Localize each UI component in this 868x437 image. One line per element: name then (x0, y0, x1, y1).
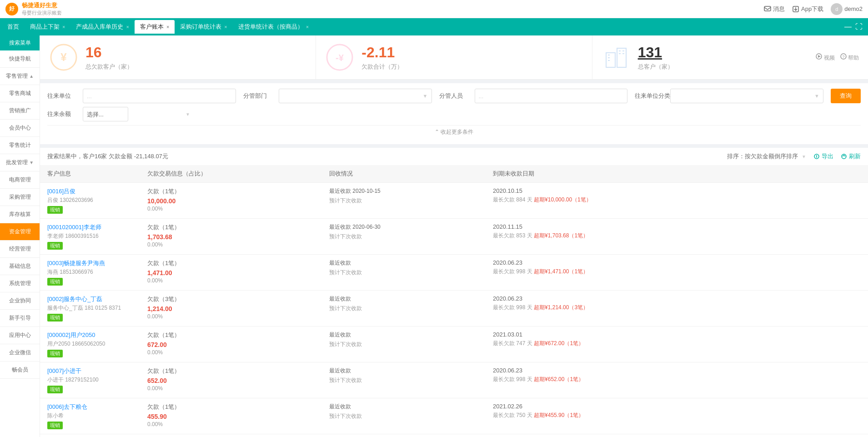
sidebar-item-retail-stat[interactable]: 零售统计 (0, 137, 40, 154)
filter-row-1: 往来单位 ... 分管部门 ▼ 分管人员 ... (47, 89, 861, 103)
customer-name-link[interactable]: [0001020001]李老师 (47, 223, 133, 231)
recent-pay-label: 最近收款 (329, 295, 478, 303)
tab-instock-stat[interactable]: 进货单统计表（按商品） × (233, 20, 314, 34)
recent-pay-label: 最近收款 2020-06-30 (329, 223, 478, 231)
overdue-amount-link[interactable]: 超期¥652.00（1笔） (534, 376, 584, 382)
yuan-icon: ¥ (50, 44, 77, 71)
message-btn[interactable]: 消息 (764, 5, 785, 13)
filter-from-unit-input[interactable]: ... (83, 89, 236, 103)
customer-name-link[interactable]: [000002]用户2050 (47, 331, 133, 339)
sidebar-item-purchase[interactable]: 采购管理 (0, 189, 40, 206)
recovery-cell: 最近收款 预计下次收款 (322, 291, 486, 326)
filter-dept-label: 分管部门 (243, 92, 275, 100)
balance-select[interactable]: 选择... (83, 107, 128, 121)
overdue-amount-link[interactable]: 超期¥1,214.00（3笔） (534, 304, 588, 311)
export-button[interactable]: 导出 (813, 152, 833, 161)
sidebar-item-chang-member[interactable]: 畅会员 (0, 362, 40, 379)
sidebar-item-finance[interactable]: 资金管理 (0, 223, 40, 241)
recent-pay-label: 最近收款 (329, 403, 478, 411)
sidebar: 搜索菜单 快捷导航 零售管理 ▲ 零售商城 营销推广 会员中心 零售统计 批发管… (0, 35, 40, 437)
overdue-amount-link[interactable]: 超期¥1,703.68（1笔） (534, 232, 588, 239)
tab-close-product-off[interactable]: × (62, 24, 65, 30)
tab-home[interactable]: 首页 (2, 20, 25, 34)
recent-pay-label: 最近收款 (329, 367, 478, 375)
sidebar-item-app-center[interactable]: 应用中心 (0, 327, 40, 344)
table-row: [0007]小进干 小进干 18279152100 现销 欠款（1笔） 652.… (40, 362, 868, 398)
sidebar-item-ecommerce[interactable]: 电商管理 (0, 171, 40, 189)
video-btn[interactable]: 视频 (816, 53, 834, 62)
overdue-amount-link[interactable]: 超期¥672.00（1笔） (534, 340, 584, 347)
overdue-date: 2020.10.15 (493, 187, 861, 194)
debt-info-cell: 欠款（1笔） 1,703.68 0.00% (140, 219, 322, 255)
customer-info-cell: [0007]小进干 小进干 18279152100 现销 (40, 362, 140, 398)
customer-phone: 海燕 18513066976 (47, 268, 133, 276)
tab-close-instock-stat[interactable]: × (306, 24, 309, 30)
results-summary-bar: 搜索结果中，客户16家 欠款金额 -21,148.07元 排序：按欠款金额倒序排… (40, 148, 868, 165)
next-pay-label: 预计下次收款 (329, 341, 478, 348)
debt-ratio: 0.00% (147, 313, 315, 320)
customer-tag: 现销 (47, 206, 63, 214)
sidebar-item-enterprise[interactable]: 企业协同 (0, 292, 40, 310)
help-btn[interactable]: ? 帮助 (840, 53, 859, 62)
customer-name-link[interactable]: [0003]畅捷服务尹海燕 (47, 259, 133, 267)
debt-count: 欠款（1笔） (147, 223, 315, 231)
sidebar-item-retail-mgmt[interactable]: 零售管理 ▲ (0, 68, 40, 85)
stat-card-total-customers: 131 总客户（家） 视频 ? 帮助 (592, 35, 868, 79)
tab-close-purchase-order[interactable]: × (224, 24, 227, 30)
filter-unit-class-input[interactable]: ▼ (670, 89, 823, 103)
customer-phone: 李老师 18600391516 (47, 232, 133, 240)
recovery-cell: 最近收款 2020-06-30 预计下次收款 (322, 219, 486, 255)
customer-info-cell: [000002]用户2050 用户2050 18665062050 现销 (40, 326, 140, 362)
chevron-icon: ▲ (29, 74, 34, 79)
tab-close-customer-account[interactable]: × (166, 24, 169, 30)
table-row: [0006]去下粮仓 陈小希 现销 欠款（1笔） 455.90 0.00% 最近… (40, 398, 868, 434)
overdue-amount-link[interactable]: 超期¥455.90（1笔） (534, 412, 584, 418)
tab-product-off[interactable]: 商品上下架 × (25, 20, 70, 34)
sidebar-item-system[interactable]: 系统管理 (0, 275, 40, 292)
sidebar-item-batch-mgmt[interactable]: 批发管理 ▼ (0, 154, 40, 171)
sidebar-item-quick-nav[interactable]: 快捷导航 (0, 50, 40, 68)
collapse-btn[interactable]: ⌃ 收起更多条件 (47, 125, 861, 139)
stat-number-1: 16 (85, 44, 133, 61)
user-avatar[interactable]: d demo2 (831, 3, 863, 15)
debt-amount: 1,703.68 (147, 233, 315, 241)
debt-count: 欠款（1笔） (147, 367, 315, 375)
tab-purchase-order[interactable]: 采购订单统计表 × (175, 20, 232, 34)
overdue-date-cell: 2020.12.30 最长欠款 808 天 超期¥429.00（1笔） (486, 434, 868, 437)
sidebar-item-enterprise-wechat[interactable]: 企业微信 (0, 344, 40, 362)
sidebar-item-new-guide[interactable]: 新手引导 (0, 310, 40, 327)
sidebar-item-member[interactable]: 会员中心 (0, 120, 40, 137)
tab-collapse-btn[interactable]: — (844, 23, 852, 31)
sidebar-item-inventory[interactable]: 库存核算 (0, 206, 40, 223)
overdue-amount-link[interactable]: 超期¥1,471.00（1笔） (534, 268, 588, 275)
tab-customer-account[interactable]: 客户账本 × (135, 20, 175, 34)
sidebar-search[interactable]: 搜索菜单 (0, 35, 40, 50)
tab-fullscreen-btn[interactable]: ⛶ (855, 23, 863, 31)
sidebar-item-retail-shop[interactable]: 零售商城 (0, 85, 40, 102)
debt-icon: -¥ (326, 44, 353, 71)
filter-person-label: 分管人员 (439, 92, 471, 100)
customer-name-link[interactable]: [0006]去下粮仓 (47, 403, 133, 411)
debt-info-cell: 欠款（1笔） 672.00 0.00% (140, 326, 322, 362)
overdue-amount-link[interactable]: 超期¥10,000.00（1笔） (534, 196, 592, 203)
stat-label-3: 总客户（家） (638, 63, 673, 71)
table-row: [0001020001]李老师 李老师 18600391516 现销 欠款（1笔… (40, 219, 868, 255)
refresh-button[interactable]: 刷新 (841, 152, 861, 161)
results-actions: 排序：按欠款金额倒序排序 ▼ 导出 刷新 (727, 152, 861, 161)
filter-person-input[interactable]: ... (475, 89, 628, 103)
recent-pay-label: 最近收款 (329, 331, 478, 339)
customer-info-cell: [000001]黄思源 黄思源 13552700226 现销 (40, 434, 140, 437)
sidebar-item-marketing[interactable]: 营销推广 (0, 102, 40, 120)
customer-name-link[interactable]: [0002]服务中心_丁磊 (47, 295, 133, 303)
sidebar-item-operations[interactable]: 经营管理 (0, 241, 40, 258)
tab-produce-history[interactable]: 产成品入库单历史 × (70, 20, 134, 34)
sidebar-item-basic-info[interactable]: 基础信息 (0, 258, 40, 275)
tab-close-produce-history[interactable]: × (126, 24, 129, 30)
customer-name-link[interactable]: [0007]小进干 (47, 367, 133, 375)
query-button[interactable]: 查询 (831, 89, 861, 103)
stat-number-2: -2.11 (361, 44, 403, 61)
app-download-btn[interactable]: App下载 (792, 5, 823, 13)
next-pay-label: 预计下次收款 (329, 197, 478, 205)
filter-dept-input[interactable]: ▼ (279, 89, 432, 103)
customer-name-link[interactable]: [0016]吕俊 (47, 187, 133, 196)
